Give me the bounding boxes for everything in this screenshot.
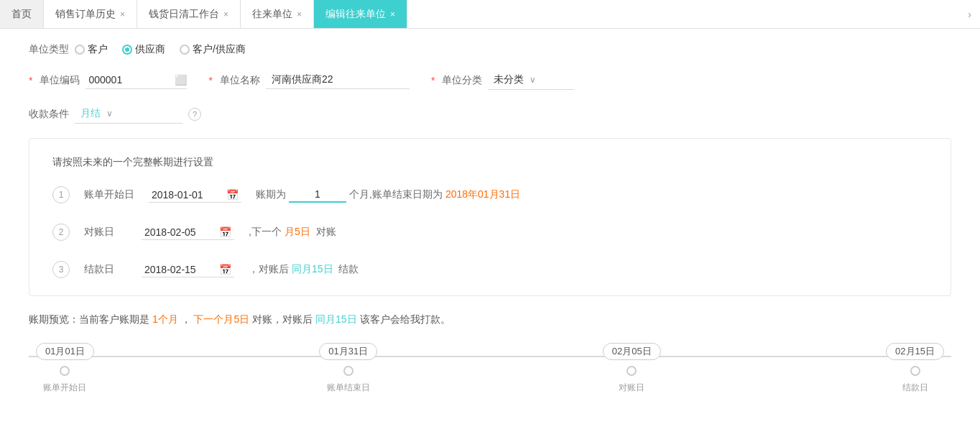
- tab-partner-close[interactable]: ×: [297, 9, 302, 19]
- radio-customer[interactable]: 客户: [75, 43, 108, 56]
- timeline-item-1: 01月31日 账单结束日: [319, 343, 377, 394]
- payment-terms-value: 月结: [80, 107, 101, 120]
- unit-name-group: * 单位名称: [208, 71, 409, 89]
- timeline-badge-0: 01月01日: [36, 343, 94, 360]
- radio-supplier[interactable]: 供应商: [122, 43, 165, 56]
- preview-highlight2: 下一个月5日: [193, 313, 249, 325]
- unit-info-row: * 单位编码 ⬜ * 单位名称 * 单位分类 未分类 ∨: [29, 70, 951, 90]
- unit-name-label: 单位名称: [220, 74, 260, 87]
- timeline-label-1: 账单结束日: [327, 382, 370, 394]
- tab-sales-history-label: 销售订单历史: [55, 8, 116, 21]
- main-content: 单位类型 客户 供应商 客户/供应商 * 单位编码: [0, 29, 980, 437]
- calendar-icon-1[interactable]: 📅: [226, 189, 239, 201]
- preview-middle1: ，: [181, 313, 191, 325]
- step-1-highlight-date: 2018年01月31日: [445, 188, 520, 201]
- copy-icon[interactable]: ⬜: [175, 74, 187, 86]
- unit-name-input[interactable]: [266, 71, 410, 89]
- radio-supplier-circle: [122, 45, 132, 55]
- tab-sales-history[interactable]: 销售订单历史 ×: [44, 0, 137, 28]
- step-2-number: 2: [52, 224, 70, 241]
- timeline-badge-2: 02月05日: [603, 343, 661, 360]
- timeline-label-2: 对账日: [619, 382, 644, 394]
- step-3-desc: ，对账后 同月15日 结款: [249, 263, 359, 276]
- tab-cashflow-label: 钱货日清工作台: [149, 8, 219, 21]
- step-3-label: 结款日: [84, 263, 127, 276]
- timeline-label-3: 结款日: [902, 382, 928, 394]
- unit-code-input[interactable]: [85, 71, 172, 88]
- step-3-date-input[interactable]: [144, 264, 216, 275]
- step-row-1: 1 账单开始日 📅 账期为 个月,账单结束日期为 2018年01月31日: [52, 186, 928, 203]
- radio-both-circle: [180, 45, 190, 55]
- timeline-badge-3: 02月15日: [886, 343, 944, 360]
- payment-terms-select[interactable]: 月结 ∨: [75, 104, 182, 124]
- unit-name-required: *: [208, 75, 212, 86]
- timeline-dot-2: [627, 366, 637, 376]
- tab-cashflow-close[interactable]: ×: [223, 9, 228, 19]
- radio-supplier-label: 供应商: [135, 43, 165, 56]
- tab-home[interactable]: 首页: [0, 0, 44, 28]
- unit-code-label: 单位编码: [40, 74, 80, 87]
- step-2-desc-prefix: ,下一个: [249, 226, 282, 239]
- unit-category-group: * 单位分类 未分类 ∨: [431, 70, 574, 90]
- calendar-icon-2[interactable]: 📅: [219, 226, 231, 238]
- step-3-desc-prefix: ，对账后: [249, 263, 289, 276]
- preview-suffix: 该客户会给我打款。: [360, 313, 450, 325]
- preview-middle2: 对账，对账后: [252, 313, 313, 325]
- timeline-item-2: 02月05日 对账日: [603, 343, 661, 394]
- unit-category-value: 未分类: [494, 73, 524, 86]
- step-2-label: 对账日: [84, 226, 127, 239]
- unit-type-group: 单位类型 客户 供应商 客户/供应商: [29, 43, 246, 56]
- step-2-date-wrapper: 📅: [142, 225, 234, 240]
- step-1-date-input[interactable]: [152, 189, 223, 201]
- payment-terms-group: 收款条件 月结 ∨ ?: [29, 104, 201, 124]
- preview-prefix: 账期预览：当前客户账期是: [29, 313, 149, 325]
- timeline-item-3: 02月15日 结款日: [886, 343, 944, 394]
- radio-customer-circle: [75, 45, 85, 55]
- tab-edit-partner[interactable]: 编辑往来单位 ×: [314, 0, 407, 28]
- radio-both[interactable]: 客户/供应商: [180, 43, 246, 56]
- unit-category-label: 单位分类: [442, 74, 482, 87]
- step-1-desc-prefix: 账期为: [256, 188, 286, 201]
- tab-edit-partner-close[interactable]: ×: [390, 9, 395, 19]
- step-3-number: 3: [52, 261, 70, 278]
- tab-edit-partner-label: 编辑往来单位: [325, 8, 386, 21]
- tab-partner-label: 往来单位: [252, 8, 292, 21]
- radio-customer-label: 客户: [88, 43, 108, 56]
- tab-cashflow[interactable]: 钱货日清工作台 ×: [137, 0, 241, 28]
- tab-more-button[interactable]: ›: [959, 0, 980, 28]
- step-2-desc: ,下一个 月5日 对账: [249, 226, 336, 239]
- tab-bar: 首页 销售订单历史 × 钱货日清工作台 × 往来单位 × 编辑往来单位 × ›: [0, 0, 980, 29]
- radio-group: 客户 供应商 客户/供应商: [75, 43, 246, 56]
- help-icon[interactable]: ?: [188, 108, 201, 121]
- step-1-desc-suffix: 个月,账单结束日期为: [349, 188, 443, 201]
- chevron-right-icon: ›: [968, 9, 971, 20]
- unit-category-select[interactable]: 未分类 ∨: [488, 70, 574, 90]
- section-title: 请按照未来的一个完整帐期进行设置: [52, 156, 928, 169]
- timeline-badge-1: 01月31日: [319, 343, 377, 360]
- step-3-date-wrapper: 📅: [142, 262, 234, 277]
- step-3-highlight-day: 同月15日: [292, 263, 333, 276]
- step-2-date-input[interactable]: [144, 226, 216, 238]
- unit-type-row: 单位类型 客户 供应商 客户/供应商: [29, 43, 951, 56]
- period-input[interactable]: [289, 187, 346, 203]
- step-1-number: 1: [52, 186, 70, 203]
- payment-terms-label: 收款条件: [29, 108, 69, 121]
- step-2-highlight-day: 月5日: [285, 226, 310, 239]
- preview-text: 账期预览：当前客户账期是 1个月 ， 下一个月5日 对账，对账后 同月15日 该…: [29, 310, 951, 328]
- calendar-icon-3[interactable]: 📅: [219, 264, 231, 275]
- card-section: 请按照未来的一个完整帐期进行设置 1 账单开始日 📅 账期为 个月,账单结束日期…: [29, 138, 951, 296]
- unit-type-label: 单位类型: [29, 43, 69, 56]
- unit-code-group: * 单位编码 ⬜: [29, 71, 187, 89]
- payment-terms-chevron: ∨: [106, 109, 113, 119]
- step-row-2: 2 对账日 📅 ,下一个 月5日 对账: [52, 224, 928, 241]
- timeline-dot-0: [60, 366, 70, 376]
- tab-partner[interactable]: 往来单位 ×: [241, 0, 314, 28]
- timeline-dot-1: [343, 366, 353, 376]
- timeline-dot-3: [910, 366, 920, 376]
- step-1-date-wrapper: 📅: [149, 188, 241, 203]
- radio-both-label: 客户/供应商: [193, 43, 246, 56]
- tab-sales-history-close[interactable]: ×: [120, 9, 125, 19]
- payment-terms-row: 收款条件 月结 ∨ ?: [29, 104, 951, 124]
- step-3-desc-suffix: 结款: [336, 263, 359, 276]
- timeline-items: 01月01日 账单开始日 01月31日 账单结束日 02月05日 对账日 02月…: [43, 343, 937, 394]
